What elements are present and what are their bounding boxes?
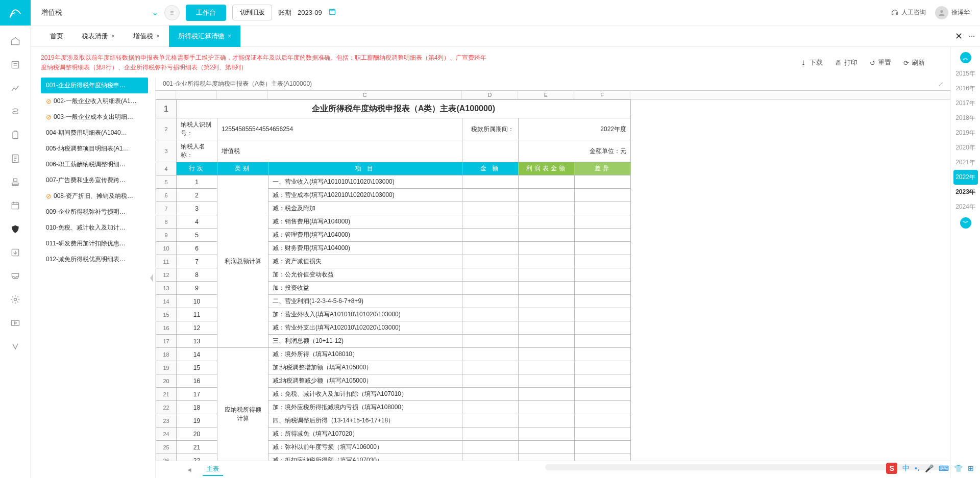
switch-old-button[interactable]: 切到旧版 [232,5,272,20]
nav-chart-icon[interactable] [10,83,21,94]
left-nav [0,0,31,478]
period-value: 2023-09 [298,9,322,16]
support-label: 人工咨询 [901,8,926,17]
refresh-action[interactable]: ⟳刷新 [903,53,925,72]
download-action[interactable]: ⭳下载 [800,53,823,72]
nav-calendar-icon[interactable] [10,200,21,211]
year-2020年[interactable]: 2020年 [953,140,978,155]
nav-settings-icon[interactable] [10,294,21,305]
nav-stamp-icon[interactable] [10,177,21,188]
sheet-tab-main[interactable]: 主表 [203,463,223,476]
nav-home-icon[interactable] [10,36,21,47]
year-sidebar: ︽ 2015年2016年2017年2018年2019年2020年2021年202… [950,47,980,478]
year-2021年[interactable]: 2021年 [953,155,978,170]
ime-keyboard-icon[interactable]: ⌨ [939,464,949,472]
tabs-bar: 首页税表清册×增值税×所得税汇算清缴× ✕ ⋯ [31,26,980,47]
workspace-button[interactable]: 工作台 [186,5,226,21]
form-list-item[interactable]: 012-减免所得税优惠明细表… [41,251,148,267]
year-2018年[interactable]: 2018年 [953,111,978,125]
tab-label: 增值税 [133,32,153,41]
scroll-up-icon[interactable]: ︽ [960,52,971,63]
ime-skin-icon[interactable]: 👕 [954,464,963,472]
year-2015年[interactable]: 2015年 [953,66,978,81]
nav-doc-icon[interactable] [10,153,21,164]
form-item-label: 012-减免所得税优惠明细表… [46,255,126,264]
form-list-item[interactable]: ⊘008-资产折旧、摊销及纳税… [41,188,148,204]
year-2019年[interactable]: 2019年 [953,125,978,140]
svg-rect-3 [12,203,18,209]
tab-label: 税表清册 [82,32,108,41]
collapse-handle[interactable] [148,78,155,478]
close-icon[interactable]: × [156,33,160,40]
reset-action[interactable]: ↺重置 [870,53,891,72]
ime-toolbar: S 中 •، 🎤 ⌨ 👕 ⊞ [886,463,974,474]
nav-tax-icon[interactable] [10,223,21,235]
form-item-label: 005-纳税调整项目明细表(A1… [46,144,129,153]
horizontal-scrollbar[interactable] [545,464,943,470]
sheet-breadcrumb: 001-企业所得税年度纳税申报表（A类）主表(A100000) [163,80,312,88]
form-list-item[interactable]: 005-纳税调整项目明细表(A1… [41,141,148,157]
tab-增值税[interactable]: 增值税× [124,26,169,47]
form-list-item[interactable]: ⊘002-一般企业收入明细表(A1… [41,93,148,109]
nav-inbox-icon[interactable] [10,270,21,282]
nav-export-icon[interactable] [10,247,21,258]
warning-icon: ⊘ [46,192,52,200]
form-list-item[interactable]: 006-职工薪酬纳税调整明细… [41,157,148,172]
tab-label: 首页 [50,32,63,41]
tab-所得税汇算清缴[interactable]: 所得税汇算清缴× [169,26,240,47]
nav-clipboard-icon[interactable] [10,130,21,141]
ime-toolbox-icon[interactable]: ⊞ [968,464,974,472]
svg-point-5 [14,298,16,301]
ime-mic-icon[interactable]: 🎤 [925,464,934,472]
print-icon: 🖶 [835,59,842,67]
svg-rect-6 [11,320,19,325]
calendar-icon[interactable] [328,8,336,17]
nav-money-icon[interactable] [10,106,21,117]
year-2024年[interactable]: 2024年 [953,199,978,214]
form-item-label: 004-期间费用明细表(A1040… [46,129,127,137]
topbar: 增值税 ⌄ 工作台 切到旧版 账期 2023-09 人工咨询 [31,0,980,26]
form-list-item[interactable]: 001-企业所得税年度纳税申… [41,78,148,93]
form-list-item[interactable]: 011-研发费用加计扣除优惠… [41,236,148,251]
tab-首页[interactable]: 首页 [41,26,72,47]
print-action[interactable]: 🖶打印 [835,53,857,72]
tabs-more-icon[interactable]: ⋯ [969,33,975,40]
tab-label: 所得税汇算清缴 [178,32,225,41]
sheet-table[interactable]: 1企业所得税年度纳税申报表（A类）主表(A100000)2纳税人识别号：1255… [156,99,631,461]
company-selector[interactable]: 增值税 ⌄ [41,8,158,17]
ime-punct-icon[interactable]: •، [915,464,920,472]
form-item-label: 003-一般企业成本支出明细… [54,113,133,121]
nav-ledger-icon[interactable] [10,59,21,70]
form-item-label: 006-职工薪酬纳税调整明细… [46,160,126,169]
form-list-item[interactable]: 009-企业所得税弥补亏损明… [41,204,148,220]
year-2022年[interactable]: 2022年 [953,170,978,185]
sheet-expand-icon[interactable]: ⤢ [938,81,943,88]
form-list: 001-企业所得税年度纳税申…⊘002-一般企业收入明细表(A1…⊘003-一般… [41,78,148,478]
year-2023年[interactable]: 2023年 [953,185,978,199]
nav-v-icon[interactable] [10,341,21,352]
user-menu[interactable]: 徐泽华 [935,6,970,19]
scroll-down-icon[interactable]: ︾ [960,217,971,229]
support-link[interactable]: 人工咨询 [891,8,926,17]
ime-logo-icon[interactable]: S [886,463,897,474]
close-all-tabs-icon[interactable]: ✕ [955,31,963,42]
sheet-scroll-left-icon[interactable]: ◄ [186,466,192,473]
app-logo[interactable] [0,0,31,26]
form-list-item[interactable]: 004-期间费用明细表(A1040… [41,125,148,141]
form-list-item[interactable]: 007-广告费和业务宣传费跨… [41,172,148,188]
close-icon[interactable]: × [111,33,115,40]
form-list-item[interactable]: ⊘003-一般企业成本支出明细… [41,109,148,125]
warning-text: 2019年度涉及取以前年度结转数据的申报表单元格需要手工维护正确，才能保证本年及… [41,53,490,72]
warning-icon: ⊘ [46,113,52,121]
list-toggle-button[interactable] [164,5,180,20]
period-label: 账期 [278,8,291,17]
year-2016年[interactable]: 2016年 [953,81,978,96]
form-list-item[interactable]: 010-免税、减计收入及加计… [41,220,148,236]
form-item-label: 007-广告费和业务宣传费跨… [46,176,126,185]
close-icon[interactable]: × [228,33,231,40]
svg-rect-1 [13,132,18,138]
nav-video-icon[interactable] [10,317,21,329]
tab-税表清册[interactable]: 税表清册× [72,26,124,47]
ime-lang[interactable]: 中 [902,464,910,473]
year-2017年[interactable]: 2017年 [953,96,978,111]
